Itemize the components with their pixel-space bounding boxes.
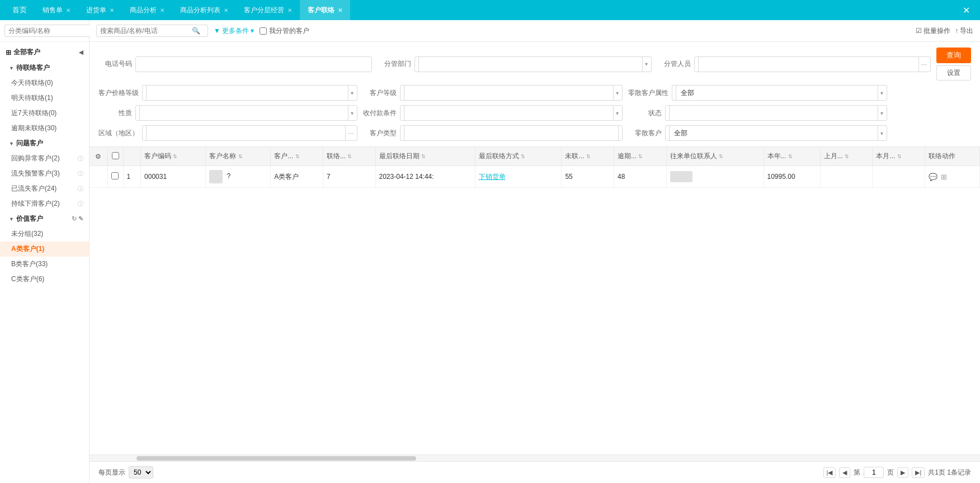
refresh-icon[interactable]: ↻ <box>72 215 77 222</box>
price-level-input[interactable] <box>146 85 348 101</box>
qr-icon[interactable]: ⊞ <box>941 173 947 181</box>
nav-tab-contact[interactable]: 客户联络 ✕ <box>300 0 350 20</box>
sidebar-pending-contact[interactable]: ▼ 待联络客户 <box>0 60 89 75</box>
nav-home[interactable]: 首页 <box>4 0 35 20</box>
customer-type-wrapper[interactable] <box>400 125 622 141</box>
sidebar-item-churn-warning[interactable]: 流失预警客户(3) ⓘ <box>0 166 89 181</box>
payment-wrapper[interactable]: ▾ <box>400 105 622 121</box>
sidebar-item-today[interactable]: 今天待联络(0) <box>0 75 89 91</box>
export-button[interactable]: ↑ 导出 <box>955 26 973 36</box>
status-caret-icon[interactable]: ▾ <box>880 110 883 116</box>
window-close-button[interactable]: ✕ <box>957 5 976 16</box>
horizontal-scrollbar[interactable] <box>89 454 980 461</box>
sidebar-item-class-b[interactable]: B类客户(33) <box>0 257 89 272</box>
th-contacts-person[interactable]: 往来单位联系人 ⇅ <box>666 147 764 166</box>
td-last-method[interactable]: 下销货单 <box>475 166 562 188</box>
customer-level-input[interactable] <box>404 85 613 101</box>
customer-type-input[interactable] <box>404 125 618 141</box>
th-overdue[interactable]: 逾期... ⇅ <box>614 147 667 166</box>
close-segment-icon[interactable]: ✕ <box>288 7 292 13</box>
nav-tab-analysis[interactable]: 商品分析 ✕ <box>122 0 172 20</box>
th-this-month[interactable]: 本月... ⇅ <box>873 147 925 166</box>
retail-attr-caret-icon[interactable]: ▾ <box>880 90 883 96</box>
price-level-caret-icon[interactable]: ▾ <box>351 90 354 96</box>
sidebar-all-customers[interactable]: ⊞ 全部客户 ◀ <box>0 44 89 60</box>
nav-tab-purchase[interactable]: 进货单 ✕ <box>78 0 122 20</box>
th-name[interactable]: 客户名称 ⇅ <box>206 147 271 166</box>
edit-icon[interactable]: ✎ <box>78 215 83 222</box>
dept-input[interactable] <box>418 56 642 72</box>
retail-attr-wrapper[interactable]: ▾ <box>672 85 887 101</box>
area-input[interactable] <box>146 125 346 141</box>
sidebar-item-overdue[interactable]: 逾期未联络(30) <box>0 121 89 136</box>
area-wrapper[interactable]: ··· <box>142 125 357 141</box>
nav-tab-segment[interactable]: 客户分层经营 ✕ <box>236 0 300 20</box>
td-check[interactable] <box>107 166 123 188</box>
th-no-contact[interactable]: 未联... ⇅ <box>562 147 614 166</box>
price-level-wrapper[interactable]: ▾ <box>142 85 357 101</box>
close-analysis-list-icon[interactable]: ✕ <box>224 7 228 13</box>
sidebar-value-customers[interactable]: ▼ 价值客户 ↻ ✎ <box>0 211 89 226</box>
page-number-input[interactable] <box>864 467 884 478</box>
th-last-month[interactable]: 上月... ⇅ <box>820 147 873 166</box>
my-customers-checkbox[interactable]: 我分管的客户 <box>260 26 309 36</box>
person-input[interactable] <box>698 56 919 72</box>
retail-customer-wrapper[interactable]: ▾ <box>665 125 887 141</box>
person-more-icon[interactable]: ··· <box>921 60 927 68</box>
nature-caret-icon[interactable]: ▾ <box>351 110 354 116</box>
customer-level-wrapper[interactable]: ▾ <box>400 85 622 101</box>
th-gear[interactable]: ⚙ <box>89 147 107 166</box>
select-all-checkbox[interactable] <box>112 152 119 159</box>
th-last-date[interactable]: 最后联络日期 ⇅ <box>375 147 475 166</box>
th-code[interactable]: 客户编码 ⇅ <box>141 147 206 166</box>
query-button[interactable]: 查询 <box>936 48 971 63</box>
nav-tab-sales[interactable]: 销售单 ✕ <box>35 0 78 20</box>
status-wrapper[interactable]: ▾ <box>665 105 887 121</box>
th-check[interactable] <box>107 147 123 166</box>
close-purchase-icon[interactable]: ✕ <box>110 7 114 13</box>
sidebar-problem-customers[interactable]: ▼ 问题客户 <box>0 136 89 151</box>
settings-button[interactable]: 设置 <box>936 65 971 80</box>
retail-customer-input[interactable] <box>669 125 878 141</box>
sidebar-item-class-a[interactable]: A类客户(1) <box>0 242 89 257</box>
th-type[interactable]: 客户... ⇅ <box>271 147 323 166</box>
phone-input[interactable] <box>135 56 372 72</box>
close-analysis-icon[interactable]: ✕ <box>160 7 164 13</box>
my-customers-check[interactable] <box>260 27 267 35</box>
page-size-dropdown[interactable]: 50 <box>129 466 153 479</box>
th-this-year[interactable]: 本年... ⇅ <box>764 147 820 166</box>
sidebar-item-ungrouped[interactable]: 未分组(32) <box>0 226 89 242</box>
sidebar-item-declining[interactable]: 持续下滑客户(2) ⓘ <box>0 196 89 211</box>
close-sales-icon[interactable]: ✕ <box>66 7 70 13</box>
th-contact[interactable]: 联络... ⇅ <box>323 147 375 166</box>
customer-level-caret-icon[interactable]: ▾ <box>616 90 619 96</box>
first-page-button[interactable]: |◀ <box>823 467 836 478</box>
nature-wrapper[interactable]: ▾ <box>135 105 357 121</box>
dept-input-wrapper[interactable]: ▾ <box>414 56 651 72</box>
chat-icon[interactable]: 💬 <box>929 173 937 181</box>
sidebar-item-repurchase[interactable]: 回购异常客户(2) ⓘ <box>0 151 89 166</box>
person-input-wrapper[interactable]: ··· <box>694 56 931 72</box>
th-last-method[interactable]: 最后联络方式 ⇅ <box>475 147 562 166</box>
next-page-button[interactable]: ▶ <box>897 467 908 478</box>
close-contact-icon[interactable]: ✕ <box>338 7 342 13</box>
sidebar-item-class-c[interactable]: C类客户(6) <box>0 272 89 287</box>
scrollbar-thumb[interactable] <box>136 456 416 461</box>
nature-input[interactable] <box>139 105 348 121</box>
retail-customer-caret-icon[interactable]: ▾ <box>880 130 883 136</box>
payment-caret-icon[interactable]: ▾ <box>616 110 619 116</box>
filter-more-button[interactable]: ▼ 更多条件 ▾ <box>214 26 254 36</box>
status-input[interactable] <box>669 105 878 121</box>
sidebar-search-input[interactable] <box>4 25 96 37</box>
payment-input[interactable] <box>404 105 613 121</box>
sidebar-item-7days[interactable]: 近7天待联络(0) <box>0 106 89 121</box>
last-page-button[interactable]: ▶| <box>912 467 925 478</box>
filter-search-input[interactable] <box>100 27 190 35</box>
nav-tab-analysis-list[interactable]: 商品分析列表 ✕ <box>172 0 236 20</box>
area-more-icon[interactable]: ··· <box>348 129 354 137</box>
batch-ops-button[interactable]: ☑ 批量操作 <box>916 26 950 36</box>
prev-page-button[interactable]: ◀ <box>839 467 850 478</box>
sidebar-item-tomorrow[interactable]: 明天待联络(1) <box>0 91 89 106</box>
sidebar-item-churned[interactable]: 已流失客户(24) ⓘ <box>0 181 89 196</box>
row-checkbox[interactable] <box>111 172 119 179</box>
